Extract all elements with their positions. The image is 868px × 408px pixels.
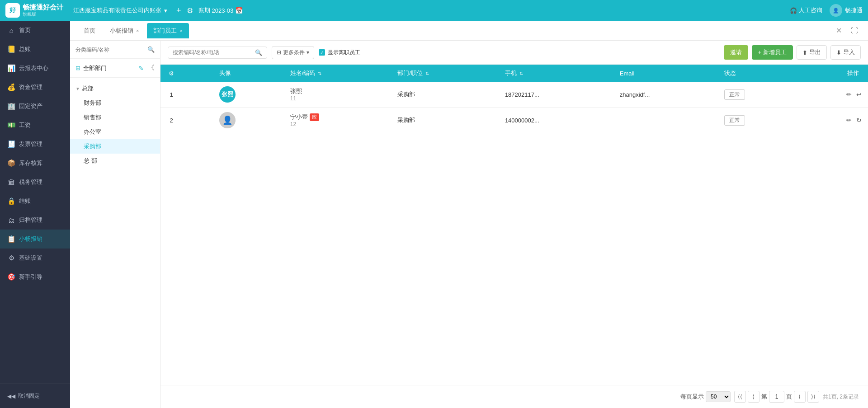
sort-name-icon: ⇅ bbox=[318, 71, 321, 76]
company-selector[interactable]: 江西服宝精品有限责任公司内账张 ▾ bbox=[73, 6, 167, 14]
dept-node-office[interactable]: 办公室 bbox=[70, 125, 160, 139]
edit-button[interactable]: ✏ bbox=[846, 117, 852, 124]
col-dept[interactable]: 部门/职位 ⇅ bbox=[391, 65, 499, 82]
sidebar-item-inventory[interactable]: 📦 库存核算 bbox=[0, 154, 70, 173]
row2-no: 2 bbox=[160, 108, 182, 133]
archive-icon: 🗂 bbox=[7, 216, 15, 224]
tab-employees[interactable]: 部门员工 × bbox=[147, 23, 189, 38]
col-name[interactable]: 姓名/编码 ⇅ bbox=[284, 65, 392, 82]
filter-button[interactable]: ⊟ 更多条件 ▾ bbox=[272, 46, 314, 59]
salary-icon: 💵 bbox=[7, 121, 15, 129]
sidebar: ⌂ 首页 📒 总账 📊 云报表中心 💰 资金管理 🏢 固定资产 💵 工资 🧾 发… bbox=[0, 21, 70, 408]
sidebar-label-invoice: 发票管理 bbox=[19, 140, 42, 148]
add-employee-button[interactable]: + 新增员工 bbox=[752, 45, 793, 60]
ledger-icon: 📒 bbox=[7, 45, 15, 53]
dept-search-input[interactable] bbox=[75, 47, 145, 53]
sort-dept-icon: ⇅ bbox=[425, 71, 429, 76]
search-icon: 🔍 bbox=[147, 46, 155, 53]
logo-area: 好 畅捷通好会计 旗舰版 bbox=[5, 3, 69, 18]
sidebar-item-assets[interactable]: 🏢 固定资产 bbox=[0, 97, 70, 116]
tab-employees-close[interactable]: × bbox=[179, 28, 182, 33]
emp-code: 11 bbox=[290, 95, 385, 102]
col-settings[interactable]: ⚙ bbox=[160, 65, 182, 82]
unpin-label: 取消固定 bbox=[18, 392, 40, 400]
tab-home[interactable]: 首页 bbox=[77, 23, 102, 38]
employee-table-container: ⚙ 头像 姓名/编码 ⇅ 部门/职位 ⇅ 手机 ⇅ Email 状态 操作 bbox=[160, 65, 868, 385]
user-icon: 👤 bbox=[833, 8, 839, 14]
page-input[interactable] bbox=[769, 391, 784, 403]
row1-email: zhangxidf... bbox=[613, 82, 718, 108]
invite-button[interactable]: 邀请 bbox=[724, 45, 748, 60]
dept-node-hq-parent[interactable]: ▼ 总部 bbox=[70, 81, 160, 96]
sidebar-label-assets: 固定资产 bbox=[19, 102, 42, 110]
edit-button[interactable]: ✏ bbox=[846, 91, 852, 98]
row1-name-cell: 张熙 11 bbox=[284, 82, 392, 108]
top-header: 好 畅捷通好会计 旗舰版 江西服宝精品有限责任公司内账张 ▾ + ⚙ 账期 20… bbox=[0, 0, 868, 21]
tab-expand-button[interactable]: ⛶ bbox=[848, 25, 861, 36]
show-resigned-checkbox[interactable]: ✓ bbox=[319, 49, 325, 56]
user-area[interactable]: 👤 畅捷通 bbox=[830, 4, 863, 17]
sidebar-item-reports[interactable]: 📊 云报表中心 bbox=[0, 59, 70, 78]
collapse-dept-icon[interactable]: 《 bbox=[147, 63, 155, 73]
sort-phone-icon: ⇅ bbox=[519, 71, 523, 76]
emp-name: 宁小壹 bbox=[290, 113, 308, 121]
status-badge: 正常 bbox=[724, 115, 745, 126]
dept-node-hq2[interactable]: 总 部 bbox=[70, 154, 160, 168]
col-phone[interactable]: 手机 ⇅ bbox=[499, 65, 613, 82]
edit-dept-icon[interactable]: ✎ bbox=[138, 65, 144, 72]
sidebar-item-close[interactable]: 🔒 结账 bbox=[0, 192, 70, 211]
sidebar-item-settings[interactable]: ⚙ 基础设置 bbox=[0, 249, 70, 267]
tab-expense-close[interactable]: × bbox=[136, 28, 139, 33]
page-size-dropdown[interactable]: 50 10 20 100 bbox=[706, 391, 731, 402]
sidebar-item-invoice[interactable]: 🧾 发票管理 bbox=[0, 135, 70, 154]
sidebar-label-home: 首页 bbox=[19, 26, 31, 34]
show-resigned-label: 显示离职员工 bbox=[328, 49, 360, 56]
dept-search-area: 🔍 bbox=[70, 41, 160, 59]
sidebar-item-tax[interactable]: 🏛 税务管理 bbox=[0, 173, 70, 192]
row2-email bbox=[613, 108, 718, 133]
sidebar-item-guide[interactable]: 🎯 新手引导 bbox=[0, 267, 70, 286]
calendar-icon: 📅 bbox=[235, 7, 243, 14]
search-input[interactable] bbox=[173, 49, 252, 56]
service-label: 人工咨询 bbox=[799, 6, 822, 14]
row1-phone: 187202117... bbox=[499, 82, 613, 108]
export-label: 导出 bbox=[809, 48, 821, 56]
row1-status: 正常 bbox=[718, 82, 800, 108]
logout-button[interactable]: ↩ bbox=[856, 91, 862, 98]
sidebar-item-home[interactable]: ⌂ 首页 bbox=[0, 21, 70, 40]
unpin-button[interactable]: ◀◀ 取消固定 bbox=[0, 389, 70, 403]
last-page-button[interactable]: ⟩⟩ bbox=[807, 391, 819, 403]
first-page-button[interactable]: ⟨⟨ bbox=[734, 391, 746, 403]
dept-node-sales[interactable]: 销售部 bbox=[70, 110, 160, 125]
tab-close-all-button[interactable]: ✕ bbox=[833, 25, 844, 36]
tab-bar-right: ✕ ⛶ bbox=[833, 25, 861, 36]
sidebar-item-ledger[interactable]: 📒 总账 bbox=[0, 40, 70, 59]
content-area: 首页 小畅报销 × 部门员工 × ✕ ⛶ 🔍 bbox=[70, 21, 868, 408]
sidebar-item-archive[interactable]: 🗂 归档管理 bbox=[0, 211, 70, 230]
sidebar-item-expense[interactable]: 📋 小畅报销 bbox=[0, 230, 70, 249]
emp-panel: 🔍 ⊟ 更多条件 ▾ ✓ 显示离职员工 邀请 bbox=[160, 41, 868, 408]
dept-node-finance[interactable]: 财务部 bbox=[70, 96, 160, 110]
user-name: 畅捷通 bbox=[845, 6, 863, 14]
avatar: 👤 bbox=[830, 4, 842, 17]
tab-expense[interactable]: 小畅报销 × bbox=[104, 23, 145, 38]
add-company-icon[interactable]: + bbox=[176, 6, 181, 15]
import-button[interactable]: ⬇ 导入 bbox=[830, 45, 861, 60]
sidebar-item-salary[interactable]: 💵 工资 bbox=[0, 116, 70, 135]
employee-table: ⚙ 头像 姓名/编码 ⇅ 部门/职位 ⇅ 手机 ⇅ Email 状态 操作 bbox=[160, 65, 868, 133]
reset-button[interactable]: ↻ bbox=[856, 117, 862, 124]
show-resigned-toggle[interactable]: ✓ 显示离职员工 bbox=[319, 49, 360, 56]
tab-expense-label: 小畅报销 bbox=[110, 27, 133, 35]
sidebar-label-guide: 新手引导 bbox=[19, 273, 42, 281]
sidebar-item-funds[interactable]: 💰 资金管理 bbox=[0, 78, 70, 97]
dept-label-finance: 财务部 bbox=[84, 99, 101, 107]
dept-node-purchase[interactable]: 采购部 bbox=[70, 139, 160, 154]
next-page-button[interactable]: ⟩ bbox=[794, 391, 806, 403]
prev-page-button[interactable]: ⟨ bbox=[748, 391, 760, 403]
export-button[interactable]: ⬆ 导出 bbox=[797, 45, 827, 60]
service-button[interactable]: 🎧 人工咨询 bbox=[790, 6, 822, 14]
header-right: 🎧 人工咨询 👤 畅捷通 bbox=[790, 4, 863, 17]
settings-icon[interactable]: ⚙ bbox=[187, 6, 193, 15]
period-selector[interactable]: 账期 2023-03 📅 bbox=[198, 6, 243, 14]
table-row: 2 👤 宁小壹 应 bbox=[160, 108, 868, 133]
